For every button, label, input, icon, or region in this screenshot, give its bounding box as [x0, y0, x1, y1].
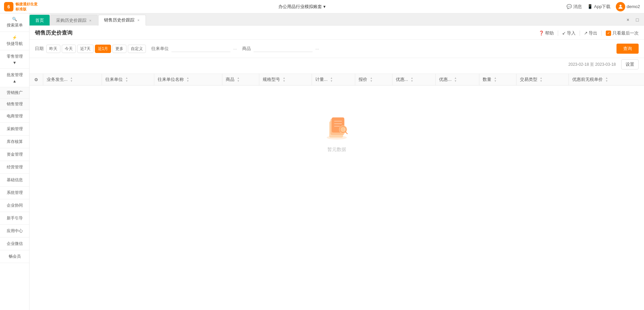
tab-home[interactable]: 首页 [30, 15, 50, 25]
sidebar: 🔍 搜索菜单 ⚡ 快捷导航 零售管理 ▼ 批发管理 ▲ 营销推广 销售管理 电商… [0, 13, 30, 310]
export-icon: ↗ [584, 31, 588, 36]
finance-label: 资金管理 [7, 152, 23, 157]
sidebar-item-retail[interactable]: 零售管理 ▼ [0, 50, 29, 69]
sidebar-item-app-center[interactable]: 应用中心 [0, 225, 29, 238]
th-discount2[interactable]: 优惠... ▲ ▼ [436, 74, 479, 86]
sidebar-item-ecommerce[interactable]: 电商管理 [0, 110, 29, 123]
th-quote[interactable]: 报价 ▲ ▼ [355, 74, 392, 86]
partner-input[interactable] [171, 45, 230, 52]
th-unit[interactable]: 计量... ▲ ▼ [312, 74, 355, 86]
purchase-history-tab-close[interactable]: × [89, 18, 92, 23]
logo-area: 6 畅捷通好生意 标准版 [4, 2, 38, 11]
download-label: App下载 [594, 4, 610, 10]
date-btn-custom[interactable]: 自定义 [128, 45, 146, 53]
app-selector[interactable]: 办公用品行业模拟账套 ▾ [278, 4, 326, 10]
sort-arrows-unit: ▲ ▼ [330, 77, 333, 83]
goods-dots[interactable]: ··· [315, 46, 319, 51]
sort-arrows-discount2: ▲ ▼ [454, 77, 457, 83]
sidebar-item-enterprise[interactable]: 企业协同 [0, 199, 29, 212]
date-btn-7days[interactable]: 近7天 [77, 45, 94, 53]
sort-arrows-spec: ▲ ▼ [283, 77, 285, 83]
th-partner-code[interactable]: 往来单位 ▲ ▼ [102, 74, 154, 86]
tab-bar: 首页 采购历史价跟踪 × 销售历史价跟踪 × × □ [30, 13, 644, 25]
th-partner-name[interactable]: 往来单位名称 ▲ ▼ [154, 74, 222, 86]
goods-label: 商品 [242, 46, 251, 52]
avatar [616, 2, 625, 11]
sidebar-item-sales-mgmt[interactable]: 销售管理 [0, 99, 29, 110]
date-btn-more[interactable]: 更多 [112, 45, 126, 53]
separator [558, 31, 558, 36]
sales-history-tab-label: 销售历史价跟踪 [104, 17, 135, 23]
th-spec[interactable]: 规格型号 ▲ ▼ [259, 74, 312, 86]
th-qty[interactable]: 数量 ▲ ▼ [479, 74, 516, 86]
sidebar-item-inventory[interactable]: 库存核算 [0, 136, 29, 148]
sort-arrows-pre-tax: ▲ ▼ [605, 77, 608, 83]
gear-icon[interactable]: ⚙ [34, 77, 38, 82]
date-buttons: 昨天 今天 近7天 近1月 更多 自定义 [46, 45, 146, 53]
home-tab-label: 首页 [35, 17, 44, 23]
partner-dots[interactable]: ··· [233, 46, 237, 51]
page-header: 销售历史价查询 ❓ 帮助 ↙ 导入 ↗ 导出 [30, 25, 644, 40]
th-settings[interactable]: ⚙ [30, 74, 43, 86]
th-trade-type[interactable]: 交易类型 ▲ ▼ [516, 74, 569, 86]
top-bar-right: 💬 消息 📱 App下载 demo2 [567, 2, 640, 11]
sidebar-item-corp-wechat[interactable]: 企业微信 [0, 238, 29, 250]
download-icon: 📱 [587, 4, 593, 9]
app-download-button[interactable]: 📱 App下载 [587, 4, 610, 10]
sidebar-item-basic-info[interactable]: 基础信息 [0, 174, 29, 187]
sort-arrows-goods: ▲ ▼ [237, 77, 239, 83]
sidebar-item-search[interactable]: 🔍 搜索菜单 [0, 13, 29, 32]
export-button[interactable]: ↗ 导出 [584, 30, 597, 36]
sidebar-item-finance[interactable]: 资金管理 [0, 148, 29, 161]
user-menu[interactable]: demo2 [616, 2, 640, 11]
tab-sales-history[interactable]: 销售历史价跟踪 × [98, 15, 146, 25]
empty-illustration [322, 112, 352, 143]
wholesale-label: 批发管理 [7, 72, 23, 78]
sidebar-item-wholesale[interactable]: 批发管理 ▲ [0, 69, 29, 87]
th-discount1[interactable]: 优惠... ▲ ▼ [392, 74, 436, 86]
page-content: 销售历史价查询 ❓ 帮助 ↙ 导入 ↗ 导出 [30, 25, 644, 310]
separator [601, 31, 602, 36]
content-area: 首页 采购历史价跟踪 × 销售历史价跟踪 × × □ 销售历史价查询 [30, 13, 644, 310]
query-button[interactable]: 查询 [616, 44, 639, 54]
tab-purchase-history[interactable]: 采购历史价跟踪 × [50, 15, 98, 25]
only-last-checkbox[interactable]: ✓ 只看最后一次 [606, 30, 639, 36]
th-goods[interactable]: 商品 ▲ ▼ [222, 74, 259, 86]
nav-icon: ⚡ [12, 35, 17, 40]
sidebar-item-operations[interactable]: 经营管理 [0, 161, 29, 174]
operations-label: 经营管理 [7, 164, 23, 170]
corp-wechat-label: 企业微信 [7, 241, 23, 247]
tab-actions: × □ [624, 16, 644, 25]
maximize-window-button[interactable]: □ [633, 16, 641, 24]
sidebar-item-marketing[interactable]: 营销推广 [0, 87, 29, 99]
sidebar-item-purchase[interactable]: 采购管理 [0, 123, 29, 136]
import-button[interactable]: ↙ 导入 [562, 30, 576, 36]
basic-info-label: 基础信息 [7, 177, 23, 183]
sidebar-item-system[interactable]: 系统管理 [0, 187, 29, 199]
data-table: ⚙ 业务发生... ▲ ▼ 往来单位 [30, 74, 644, 86]
sort-arrows-partner-code: ▲ ▼ [125, 77, 128, 83]
date-btn-1month[interactable]: 近1月 [95, 45, 111, 53]
message-button[interactable]: 💬 消息 [567, 4, 582, 10]
collapse-icon: ▼ [13, 60, 17, 65]
date-btn-yesterday[interactable]: 昨天 [46, 45, 60, 53]
sidebar-item-member[interactable]: 畅会员 [0, 250, 29, 263]
top-bar: 6 畅捷通好生意 标准版 办公用品行业模拟账套 ▾ 💬 消息 📱 App下载 d… [0, 0, 644, 13]
chevron-down-icon: ▾ [323, 4, 326, 9]
retail-label: 零售管理 [7, 54, 23, 59]
close-window-button[interactable]: × [624, 16, 632, 24]
date-btn-today[interactable]: 今天 [62, 45, 76, 53]
th-biz-date[interactable]: 业务发生... ▲ ▼ [43, 74, 102, 86]
goods-input[interactable] [254, 45, 313, 52]
help-button[interactable]: ❓ 帮助 [539, 30, 554, 36]
page-title: 销售历史价查询 [35, 30, 72, 37]
page-actions: ❓ 帮助 ↙ 导入 ↗ 导出 ✓ [539, 30, 639, 36]
sales-history-tab-close[interactable]: × [137, 17, 140, 23]
sidebar-item-guide[interactable]: 新手引导 [0, 212, 29, 225]
marketing-label: 营销推广 [7, 90, 23, 95]
sidebar-item-quick-nav[interactable]: ⚡ 快捷导航 [0, 32, 29, 50]
svg-point-0 [620, 5, 622, 7]
settings-button[interactable]: 设置 [621, 59, 639, 69]
member-label: 畅会员 [9, 254, 21, 259]
th-pre-tax[interactable]: 优惠前无税单价 ▲ ▼ [569, 74, 644, 86]
